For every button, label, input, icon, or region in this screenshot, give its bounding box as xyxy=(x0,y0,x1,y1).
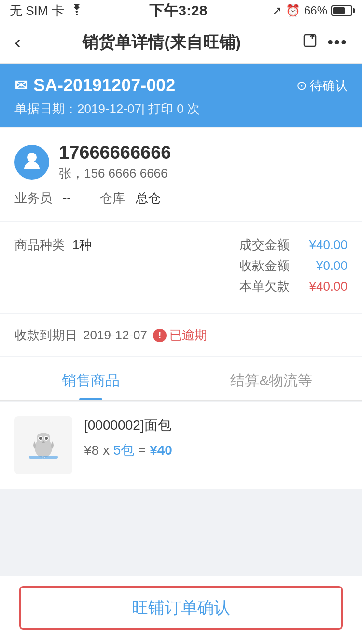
goods-type-label: 商品种类 xyxy=(14,237,65,253)
clock-icon: ⊙ xyxy=(296,78,307,93)
warehouse-label: 仓库 xyxy=(100,191,125,205)
page-title: 销货单详情(来自旺铺) xyxy=(82,31,241,54)
order-status: ⊙ 待确认 xyxy=(296,77,348,94)
received-label: 收款金额 xyxy=(239,257,290,274)
summary-amounts: 成交金额 ¥40.00 收款金额 ¥0.00 本单欠款 ¥40.00 xyxy=(239,237,348,299)
nav-right: ••• xyxy=(302,33,348,52)
svg-text:群+: 群+ xyxy=(42,456,45,459)
status-left: 无 SIM 卡 xyxy=(10,2,84,19)
product-price: ¥8 x 5包 = ¥40 xyxy=(84,441,348,460)
balance-label: 本单欠款 xyxy=(239,278,290,295)
customer-card: 17666666666 张，156 6666 6666 业务员 -- 仓库 总仓 xyxy=(0,128,362,221)
due-date-label: 收款到期日 xyxy=(14,327,77,344)
nav-bar: ‹ 销货单详情(来自旺铺) ••• xyxy=(0,21,362,64)
salesman-value: -- xyxy=(63,191,71,205)
tabs: 销售商品 结算&物流等 xyxy=(0,357,362,401)
carrier-text: 无 SIM 卡 xyxy=(10,2,64,19)
mail-icon: ✉ xyxy=(14,76,28,95)
battery-text: 66% xyxy=(304,4,327,17)
svg-point-8 xyxy=(45,437,48,440)
user-icon xyxy=(22,151,42,174)
transaction-value: ¥40.00 xyxy=(299,238,348,252)
overdue-text: 已逾期 xyxy=(169,327,207,344)
summary-card: 商品种类 1种 成交金额 ¥40.00 收款金额 ¥0.00 本单欠款 ¥40.… xyxy=(0,222,362,313)
svg-point-0 xyxy=(76,14,78,15)
customer-phone: 17666666666 xyxy=(59,142,171,163)
battery-icon xyxy=(331,5,352,16)
status-right: ↗ ⏰ 66% xyxy=(272,4,352,17)
overdue-badge: ! 已逾期 xyxy=(153,327,207,344)
salesman-label: 业务员 xyxy=(14,191,52,205)
status-bar: 无 SIM 卡 下午3:28 ↗ ⏰ 66% xyxy=(0,0,362,21)
product-image: 群+ xyxy=(14,416,72,474)
svg-point-7 xyxy=(39,437,42,440)
product-section: 群+ [0000002]面包 ¥8 x 5包 = ¥40 xyxy=(0,402,362,489)
goods-type-value: 1种 xyxy=(72,237,92,253)
balance-value: ¥40.00 xyxy=(299,279,348,294)
order-header: ✉ SA-20191207-002 ⊙ 待确认 单据日期：2019-12-07|… xyxy=(0,64,362,127)
due-date-value: 2019-12-07 xyxy=(83,328,147,343)
back-button[interactable]: ‹ xyxy=(14,31,21,53)
tabs-container: 销售商品 结算&物流等 xyxy=(0,357,362,401)
product-item: 群+ [0000002]面包 ¥8 x 5包 = ¥40 xyxy=(14,416,348,474)
warehouse-value: 总仓 xyxy=(136,191,161,205)
product-name: [0000002]面包 xyxy=(84,416,348,434)
due-date-card: 收款到期日 2019-12-07 ! 已逾期 xyxy=(0,314,362,356)
status-time: 下午3:28 xyxy=(149,1,207,21)
product-thumbnail: 群+ xyxy=(24,431,63,460)
confirm-order-button[interactable]: 旺铺订单确认 xyxy=(19,586,343,630)
customer-meta: 业务员 -- 仓库 总仓 xyxy=(14,190,348,207)
product-info: [0000002]面包 ¥8 x 5包 = ¥40 xyxy=(84,416,348,460)
wifi-icon xyxy=(69,3,84,18)
warning-icon: ! xyxy=(153,329,167,342)
location-icon: ↗ xyxy=(272,4,282,17)
avatar xyxy=(14,145,49,180)
more-button[interactable]: ••• xyxy=(327,33,348,52)
svg-point-2 xyxy=(27,153,37,162)
tab-settlement[interactable]: 结算&物流等 xyxy=(181,357,362,400)
tab-sales-products[interactable]: 销售商品 xyxy=(0,357,181,400)
order-date: 单据日期：2019-12-07| 打印 0 次 xyxy=(14,100,348,117)
nav-left: ‹ xyxy=(14,31,21,53)
order-id: ✉ SA-20191207-002 xyxy=(14,75,175,96)
customer-name: 张，156 6666 6666 xyxy=(59,165,171,182)
transaction-label: 成交金额 xyxy=(239,237,290,253)
share-button[interactable] xyxy=(302,33,318,52)
alarm-icon: ⏰ xyxy=(286,4,300,17)
bottom-bar: 旺铺订单确认 xyxy=(0,576,362,644)
received-value: ¥0.00 xyxy=(299,258,348,273)
